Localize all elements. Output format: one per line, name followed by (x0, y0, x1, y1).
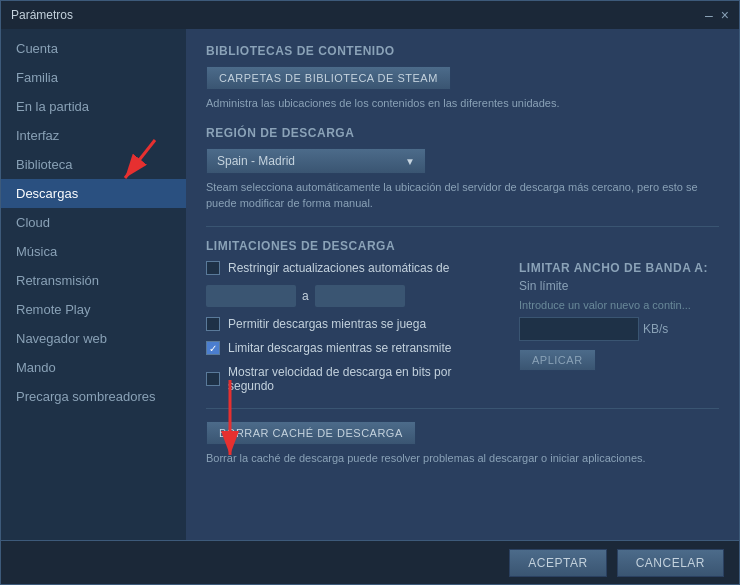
sidebar-item-interfaz[interactable]: Interfaz (1, 121, 186, 150)
cb3-row: Limitar descargas mientras se retransmit… (206, 341, 499, 355)
cb4-row: Mostrar velocidad de descarga en bits po… (206, 365, 499, 393)
cb3-label: Limitar descargas mientras se retransmit… (228, 341, 451, 355)
sidebar-item-navegador-web[interactable]: Navegador web (1, 324, 186, 353)
region-title: Región de descarga (206, 126, 719, 140)
cancel-button[interactable]: CANCELAR (617, 549, 724, 577)
cache-button[interactable]: BORRAR CACHÉ DE DESCARGA (206, 421, 416, 445)
bandwidth-input[interactable] (519, 317, 639, 341)
region-value: Spain - Madrid (217, 154, 295, 168)
content-area: Bibliotecas de contenido CARPETAS DE BIB… (186, 29, 739, 540)
region-dropdown-row: Spain - Madrid ▼ (206, 148, 719, 174)
bibliotecas-button[interactable]: CARPETAS DE BIBLIOTECA DE STEAM (206, 66, 451, 90)
bibliotecas-title: Bibliotecas de contenido (206, 44, 719, 58)
minimize-button[interactable]: – (705, 8, 713, 22)
sidebar-item-biblioteca[interactable]: Biblioteca (1, 150, 186, 179)
bibliotecas-section: Bibliotecas de contenido CARPETAS DE BIB… (206, 44, 719, 111)
range-from-input[interactable] (206, 285, 296, 307)
range-row: a (206, 285, 499, 307)
cache-desc: Borrar la caché de descarga puede resolv… (206, 451, 719, 466)
sidebar-item-cloud[interactable]: Cloud (1, 208, 186, 237)
bandwidth-unit: KB/s (643, 322, 668, 336)
range-to-label: a (302, 289, 309, 303)
dropdown-arrow-icon: ▼ (405, 156, 415, 167)
sidebar-item-precarga-sombreadores[interactable]: Precarga sombreadores (1, 382, 186, 411)
accept-button[interactable]: ACEPTAR (509, 549, 606, 577)
range-to-input[interactable] (315, 285, 405, 307)
close-button[interactable]: × (721, 8, 729, 22)
cb1-label: Restringir actualizaciones automáticas d… (228, 261, 449, 275)
region-desc: Steam selecciona automáticamente la ubic… (206, 180, 719, 211)
main-content: CuentaFamiliaEn la partidaInterfazBiblio… (1, 29, 739, 540)
limits-right: Limitar ancho de banda a: Sin límite Int… (519, 261, 719, 403)
sidebar-item-remote-play[interactable]: Remote Play (1, 295, 186, 324)
sidebar: CuentaFamiliaEn la partidaInterfazBiblio… (1, 29, 186, 540)
cb4-checkbox[interactable] (206, 372, 220, 386)
cache-section: BORRAR CACHÉ DE DESCARGA Borrar la caché… (206, 408, 719, 466)
limitaciones-title: Limitaciones de descarga (206, 239, 719, 253)
footer: ACEPTAR CANCELAR (1, 540, 739, 584)
cb4-label: Mostrar velocidad de descarga en bits po… (228, 365, 499, 393)
limits-two-col: Restringir actualizaciones automáticas d… (206, 261, 719, 403)
region-section: Región de descarga Spain - Madrid ▼ Stea… (206, 126, 719, 211)
apply-button[interactable]: APLICAR (519, 349, 596, 371)
main-window: Parámetros – × CuentaFamiliaEn la partid… (0, 0, 740, 585)
limitaciones-section: Limitaciones de descarga Restringir actu… (206, 226, 719, 403)
cb2-checkbox[interactable] (206, 317, 220, 331)
cb1-row: Restringir actualizaciones automáticas d… (206, 261, 499, 275)
cb1-checkbox[interactable] (206, 261, 220, 275)
cb3-checkbox[interactable] (206, 341, 220, 355)
bibliotecas-desc: Administra las ubicaciones de los conten… (206, 96, 719, 111)
sidebar-item-en-la-partida[interactable]: En la partida (1, 92, 186, 121)
window-title: Parámetros (11, 8, 73, 22)
sidebar-item-mando[interactable]: Mando (1, 353, 186, 382)
cb2-row: Permitir descargas mientras se juega (206, 317, 499, 331)
bandwidth-title: Limitar ancho de banda a: (519, 261, 719, 275)
titlebar: Parámetros – × (1, 1, 739, 29)
sidebar-item-musica[interactable]: Música (1, 237, 186, 266)
cb2-label: Permitir descargas mientras se juega (228, 317, 426, 331)
sidebar-item-familia[interactable]: Familia (1, 63, 186, 92)
limits-left: Restringir actualizaciones automáticas d… (206, 261, 499, 403)
sidebar-item-descargas[interactable]: Descargas (1, 179, 186, 208)
bandwidth-hint: Introduce un valor nuevo a contin... (519, 299, 719, 311)
region-dropdown[interactable]: Spain - Madrid ▼ (206, 148, 426, 174)
sidebar-item-retransmision[interactable]: Retransmisión (1, 266, 186, 295)
bandwidth-input-row: KB/s (519, 317, 719, 341)
titlebar-controls: – × (705, 8, 729, 22)
sidebar-item-cuenta[interactable]: Cuenta (1, 34, 186, 63)
bandwidth-value: Sin límite (519, 279, 719, 293)
